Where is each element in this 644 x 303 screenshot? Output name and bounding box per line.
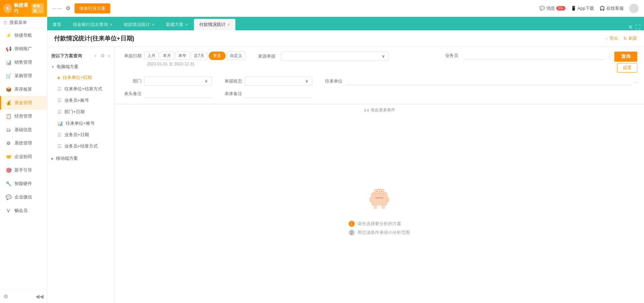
- notifications-button[interactable]: 💬 消息 99+: [539, 5, 565, 11]
- mobile-scheme-group-header[interactable]: ▶ 移动端方案: [47, 153, 114, 163]
- sidebar-item-quick-nav[interactable]: ⚡ 快捷导航: [0, 29, 47, 42]
- tab-payment-stats-label: 付款情况统计: [199, 22, 226, 28]
- scheme-unit-date[interactable]: ● 往来单位+日期: [47, 72, 114, 83]
- settings-footer-icon[interactable]: ⚙: [3, 293, 8, 300]
- tab-receipt-stats-close[interactable]: ×: [152, 22, 154, 27]
- refresh-icon: ↻: [623, 36, 627, 41]
- scheme-staff-settlement[interactable]: ☰ 业务员+结算方式: [47, 141, 114, 152]
- sidebar-item-member[interactable]: V 畅会员: [0, 204, 47, 217]
- tab-close-all-icon[interactable]: ✕: [628, 24, 633, 30]
- scheme-unit-settlement[interactable]: ☰ 往来单位+结算方式: [47, 83, 114, 95]
- page-title: 付款情况统计(往来单位+日期): [54, 34, 135, 42]
- sidebar-item-label: 营销推广: [14, 46, 32, 52]
- last-month-btn[interactable]: 上月: [144, 52, 158, 60]
- sidebar-item-system[interactable]: ⚙ 系统管理: [0, 137, 47, 150]
- empty-hint-item-2: 2 用过滤条件来缩小分析范围: [349, 230, 410, 236]
- partner-label: 往来单位: [322, 78, 343, 84]
- tabbar-actions: ✕ ⛶: [625, 24, 644, 30]
- scheme-staff-settlement-label: 业务员+结算方式: [64, 143, 98, 149]
- sidebar-item-label: 基础信息: [14, 127, 32, 133]
- sidebar: 6 畅捷通巧 标准版 ☰ 搜索菜单 ⚡ 快捷导航 📢 营销推广 📊 销售管理 🛒: [0, 0, 47, 303]
- sidebar-item-operation[interactable]: 📋 经营管理: [0, 110, 47, 123]
- scheme-unit-account[interactable]: 📊 往来单位+账号: [47, 118, 114, 129]
- tab-new-scheme[interactable]: 新建方案 ×: [160, 19, 193, 30]
- tab-payment-stats[interactable]: 付款情况统计 ×: [194, 19, 235, 30]
- sidebar-item-purchase[interactable]: 🛒 采购管理: [0, 69, 47, 83]
- sidebar-item-wechat[interactable]: 💬 企业微信: [0, 190, 47, 204]
- source-doc-select[interactable]: ∨: [281, 52, 389, 61]
- export-label: 导出: [609, 35, 618, 41]
- sidebar-search[interactable]: ☰ 搜索菜单: [0, 17, 47, 29]
- online-service-label: 在线客服: [606, 5, 624, 11]
- scheme-dept-date[interactable]: ☰ 部门+日期: [47, 106, 114, 118]
- tab-expand-icon[interactable]: ⛶: [635, 24, 641, 30]
- sidebar-item-marketing[interactable]: 📢 营销推广: [0, 42, 47, 56]
- table-header-note-input[interactable]: [144, 90, 212, 98]
- tab-new-scheme-close[interactable]: ×: [185, 22, 188, 27]
- sidebar-item-cooperation[interactable]: 🤝 企业协同: [0, 150, 47, 163]
- collapse-label: 收起更多条件: [371, 107, 395, 113]
- query-button[interactable]: 查询: [614, 52, 637, 62]
- doc-status-label: 单据状态: [222, 78, 242, 84]
- sidebar-item-label: 采购管理: [14, 73, 32, 79]
- this-month-btn[interactable]: 本月: [160, 52, 174, 60]
- sidebar-item-basic-info[interactable]: 🗂 基础信息: [0, 123, 47, 137]
- dept-select[interactable]: ∨: [144, 77, 212, 86]
- sidebar-item-guide[interactable]: 🎯 新手引导: [0, 163, 47, 177]
- svg-point-5: [381, 191, 382, 192]
- sidebar-item-label: 新手引导: [14, 167, 32, 173]
- inventory-icon: 📦: [5, 86, 12, 93]
- tab-cash-bank[interactable]: 现金银行流水查询 ×: [67, 19, 118, 30]
- sidebar-nav: ⚡ 快捷导航 📢 营销推广 📊 销售管理 🛒 采购管理 📦 库存核算 💰: [0, 29, 47, 290]
- scheme-unit-settlement-label: 往来单位+结算方式: [64, 86, 102, 92]
- sidebar-item-label: 企业微信: [14, 194, 32, 200]
- basic-info-icon: 🗂: [5, 126, 12, 133]
- tab-cash-bank-close[interactable]: ×: [110, 22, 112, 27]
- doc-status-select[interactable]: ∨: [245, 77, 312, 86]
- sidebar-item-capital[interactable]: 💰 资金管理: [0, 96, 47, 110]
- sidebar-item-inventory[interactable]: 📦 库存核算: [0, 83, 47, 96]
- topbar-settings-icon[interactable]: ⚙: [66, 5, 70, 11]
- scheme-collapse-icon[interactable]: «: [108, 53, 110, 59]
- online-service-button[interactable]: 🎧 在线客服: [599, 5, 624, 11]
- app-download-button[interactable]: 📱 App下载: [571, 5, 594, 11]
- source-doc-arrow: ∨: [382, 54, 385, 59]
- collapse-sidebar-icon[interactable]: ◀◀: [35, 293, 43, 300]
- avatar[interactable]: [629, 4, 639, 13]
- refresh-button[interactable]: ↻ 刷新: [623, 35, 637, 41]
- topbar-right: 💬 消息 99+ 📱 App下载 🎧 在线客服: [539, 4, 639, 13]
- scheme-staff-account[interactable]: ☰ 业务员+账号: [47, 95, 114, 106]
- staff-label: 业务员: [438, 53, 458, 59]
- left-panel-icons: ＋ ⚙ «: [93, 53, 110, 59]
- source-doc-label: 来源单据: [255, 53, 275, 59]
- tab-home[interactable]: 首页: [47, 19, 67, 30]
- partner-input[interactable]: [345, 77, 632, 85]
- last-7-days-btn[interactable]: 近7天: [191, 52, 207, 60]
- this-year-btn[interactable]: 本年: [175, 52, 189, 60]
- scheme-staff-date[interactable]: ☰ 业务员+日期: [47, 129, 114, 141]
- pc-scheme-group-header[interactable]: ▼ 电脑端方案: [47, 62, 114, 72]
- partner-ellipsis[interactable]: ...: [634, 79, 637, 84]
- custom-date-btn[interactable]: 自定义: [227, 52, 245, 60]
- edition-tag: 标准版: [32, 3, 43, 13]
- date-buttons: 上月 本月 本年 近7天 更多 自定义: [144, 52, 245, 60]
- staff-input[interactable]: [464, 52, 605, 60]
- table-body-note-input[interactable]: [245, 90, 312, 98]
- filter-settings-button[interactable]: 设置: [617, 63, 637, 72]
- scheme-settings-icon[interactable]: ⚙: [100, 53, 105, 59]
- more-date-btn[interactable]: 更多: [209, 52, 226, 60]
- staff-ellipsis[interactable]: ...: [607, 53, 611, 58]
- export-button[interactable]: ↑ 导出: [606, 35, 618, 41]
- sidebar-item-sales[interactable]: 📊 销售管理: [0, 56, 47, 69]
- trial-button[interactable]: 体验行业方案: [75, 3, 110, 13]
- table-body-note-label: 表体备注: [222, 91, 242, 97]
- scheme-staff-date-label: 业务员+日期: [64, 132, 89, 138]
- add-scheme-icon[interactable]: ＋: [93, 53, 98, 59]
- tab-receipt-stats[interactable]: 收款情况统计 ×: [118, 19, 160, 30]
- collapse-more-conditions-btn[interactable]: ∧∧ 收起更多条件: [115, 104, 644, 116]
- headset-icon: 🎧: [599, 6, 605, 11]
- sidebar-item-label: 快捷导航: [14, 32, 32, 38]
- tab-payment-stats-close[interactable]: ×: [228, 22, 230, 27]
- table-header-note-label: 表头备注: [121, 91, 142, 97]
- sidebar-item-hardware[interactable]: 🔧 智能硬件: [0, 177, 47, 190]
